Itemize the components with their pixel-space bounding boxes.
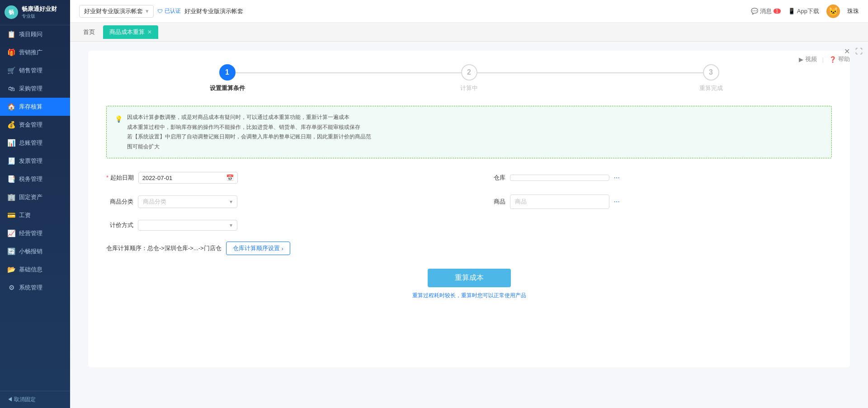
play-icon: ▶ (799, 56, 803, 63)
user-avatar[interactable]: 🐱 (826, 5, 840, 18)
sidebar-item-tax[interactable]: 📑 税务管理 (0, 170, 70, 188)
logo-text: 畅康通好业财 专业版 (22, 5, 57, 19)
operations-icon: 📈 (7, 229, 15, 237)
question-icon: ❓ (829, 56, 836, 63)
salary-icon: 💳 (7, 211, 15, 219)
sidebar-item-finance[interactable]: 💰 资金管理 (0, 116, 70, 134)
user-name: 珠珠 (847, 7, 859, 15)
content-area: ✕ ⛶ ▶ 视频 | ❓ 帮助 1 (70, 42, 868, 408)
sidebar-item-system[interactable]: ⚙ 系统管理 (0, 279, 70, 297)
step-2-label: 计算中 (460, 84, 478, 92)
category-chevron-icon: ▾ (230, 199, 232, 205)
account-selector[interactable]: 好业财专业版演示帐套 ▾ (79, 5, 154, 18)
category-placeholder: 商品分类 (143, 198, 227, 206)
sidebar-item-assets[interactable]: 🏢 固定资产 (0, 188, 70, 206)
account-display-name: 好业财专业版演示帐套 (184, 7, 243, 15)
chevron-right-icon: › (282, 245, 283, 252)
form-row-1: 起始日期 2022-07-01 📅 仓库 ··· (106, 172, 832, 184)
submit-button[interactable]: 重算成本 (428, 269, 511, 287)
sidebar-logo: 畅 畅康通好业财 专业版 (0, 0, 70, 25)
maximize-window-button[interactable]: ⛶ (854, 47, 863, 57)
pricing-chevron-icon: ▾ (230, 222, 232, 228)
step-2-circle: 2 (461, 64, 477, 81)
tab-cost-recalc[interactable]: 商品成本重算 ✕ (103, 25, 158, 39)
form-field-warehouse: 仓库 ··· (478, 174, 832, 182)
project-icon: 📋 (7, 30, 15, 38)
step-1: 1 设置重算条件 (106, 64, 348, 92)
video-link[interactable]: ▶ 视频 (799, 55, 817, 63)
accounting-icon: 📊 (7, 139, 15, 147)
sidebar-item-expense[interactable]: 🔄 小畅报销 (0, 242, 70, 261)
header-left: 好业财专业版演示帐套 ▾ 🛡 已认证 好业财专业版演示帐套 (79, 5, 243, 18)
category-label: 商品分类 (106, 198, 133, 206)
system-icon: ⚙ (7, 284, 15, 292)
window-controls: ✕ ⛶ (839, 42, 868, 61)
sales-icon: 🛒 (7, 66, 15, 75)
product-label: 商品 (478, 198, 505, 206)
step-3-circle: 3 (703, 64, 719, 81)
pricing-label: 计价方式 (106, 221, 133, 229)
sidebar-item-inventory[interactable]: 🏠 库存核算 (0, 98, 70, 116)
header: 好业财专业版演示帐套 ▾ 🛡 已认证 好业财专业版演示帐套 💬 消息 1 📱 A… (70, 0, 868, 23)
tax-icon: 📑 (7, 175, 15, 183)
sidebar-item-operations[interactable]: 📈 经营管理 (0, 224, 70, 242)
warehouse-order-settings-button[interactable]: 仓库计算顺序设置 › (226, 242, 290, 255)
sidebar-item-marketing[interactable]: 🎁 营销推广 (0, 43, 70, 62)
form-field-start-date: 起始日期 2022-07-01 📅 (106, 172, 460, 184)
step-1-label: 设置重算条件 (210, 84, 245, 92)
purchase-icon: 🛍 (7, 85, 15, 92)
tab-close-icon[interactable]: ✕ (147, 29, 152, 35)
close-window-button[interactable]: ✕ (843, 46, 851, 57)
warehouse-more-button[interactable]: ··· (614, 174, 620, 182)
form-row-2: 商品分类 商品分类 ▾ 商品 商品 ··· (106, 195, 832, 209)
sidebar-item-salary[interactable]: 💳 工资 (0, 206, 70, 224)
sidebar-item-accounting[interactable]: 📊 总账管理 (0, 134, 70, 152)
sidebar-unpin[interactable]: ◀ 取消固定 (0, 391, 70, 408)
form-row-3: 计价方式 ▾ (106, 220, 832, 231)
warehouse-order-row: 仓库计算顺序：总仓->深圳仓库->...->门店仓 仓库计算顺序设置 › (106, 242, 832, 255)
sidebar-item-purchase[interactable]: 🛍 采购管理 (0, 80, 70, 98)
sidebar-item-sales[interactable]: 🛒 销售管理 (0, 62, 70, 80)
header-right: 💬 消息 1 📱 App下载 🐱 珠珠 (751, 5, 859, 18)
shield-icon: 🛡 (157, 8, 163, 14)
verified-badge: 🛡 已认证 (157, 7, 181, 15)
sidebar-item-project[interactable]: 📋 项目顾问 (0, 25, 70, 43)
form-field-pricing: 计价方式 ▾ (106, 220, 460, 231)
app-download-button[interactable]: 📱 App下载 (788, 7, 819, 15)
expense-icon: 🔄 (7, 247, 15, 256)
message-badge: 1 (774, 9, 781, 14)
sidebar-item-basic[interactable]: 📂 基础信息 (0, 261, 70, 279)
category-select[interactable]: 商品分类 ▾ (138, 195, 237, 208)
start-date-input[interactable]: 2022-07-01 📅 (138, 172, 238, 184)
product-more-button[interactable]: ··· (614, 198, 620, 206)
steps: 1 设置重算条件 2 计算中 3 重算完成 (106, 64, 832, 92)
submit-area: 重算成本 重算过程耗时较长，重算时您可以正常使用产品 (106, 269, 832, 299)
chevron-down-icon: ▾ (146, 8, 149, 14)
info-content: 因成本计算参数调整，或是对商品成本有疑问时，可以通过成本重算功能，重新计算一遍成… (127, 113, 371, 152)
product-input[interactable]: 商品 (510, 195, 609, 209)
warehouse-input[interactable] (510, 175, 609, 181)
marketing-icon: 🎁 (7, 48, 15, 57)
main-area: 好业财专业版演示帐套 ▾ 🛡 已认证 好业财专业版演示帐套 💬 消息 1 📱 A… (70, 0, 868, 408)
warehouse-label: 仓库 (478, 174, 505, 182)
start-date-label: 起始日期 (106, 174, 134, 182)
step-3-label: 重算完成 (699, 84, 723, 92)
basic-icon: 📂 (7, 266, 15, 274)
message-button[interactable]: 💬 消息 1 (751, 7, 781, 15)
step-3: 3 重算完成 (590, 64, 832, 92)
form-field-category: 商品分类 商品分类 ▾ (106, 195, 460, 208)
info-icon: 💡 (115, 114, 123, 152)
sidebar: 畅 畅康通好业财 专业版 📋 项目顾问 🎁 营销推广 🛒 销售管理 🛍 采购管理… (0, 0, 70, 408)
logo-icon: 畅 (5, 5, 18, 19)
content-card: ▶ 视频 | ❓ 帮助 1 设置重算条件 (88, 51, 850, 367)
assets-icon: 🏢 (7, 193, 15, 201)
calendar-icon[interactable]: 📅 (226, 174, 234, 181)
start-date-value: 2022-07-01 (142, 175, 223, 181)
product-placeholder: 商品 (515, 198, 604, 206)
finance-icon: 💰 (7, 121, 15, 129)
sidebar-item-invoice[interactable]: 🧾 发票管理 (0, 152, 70, 170)
sidebar-nav: 📋 项目顾问 🎁 营销推广 🛒 销售管理 🛍 采购管理 🏠 库存核算 💰 资金管… (0, 25, 70, 391)
tab-home[interactable]: 首页 (77, 25, 101, 39)
inventory-icon: 🏠 (7, 103, 15, 111)
pricing-select[interactable]: ▾ (138, 220, 237, 231)
